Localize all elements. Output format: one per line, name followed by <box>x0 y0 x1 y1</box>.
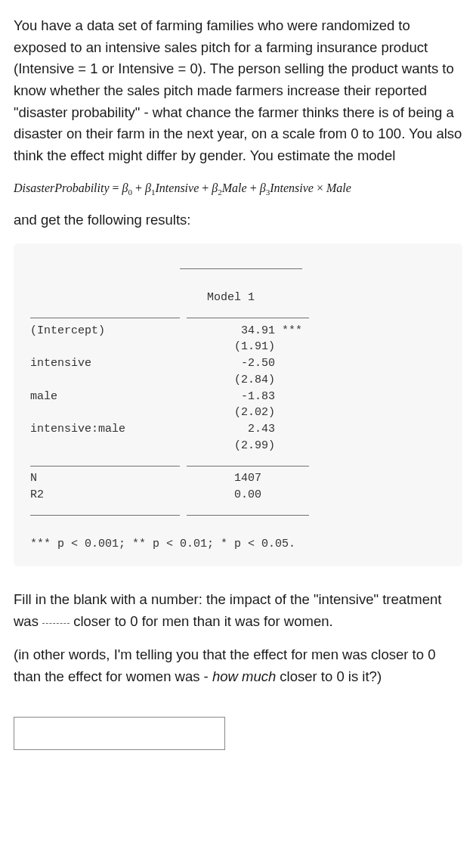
results-table: __________________ Model 1 _____________… <box>14 243 462 567</box>
model-equation: DisasterProbability = β0 + β1Intensive +… <box>14 179 462 199</box>
question-part1: Fill in the blank with a number: the imp… <box>14 589 462 632</box>
eq-term4: Male <box>326 181 351 194</box>
intro-paragraph: You have a data set of farming families … <box>14 15 462 167</box>
answer-input[interactable] <box>14 717 225 750</box>
eq-b0: β <box>122 181 128 194</box>
results-pre: __________________ Model 1 _____________… <box>30 257 446 553</box>
question-part2: (in other words, I'm telling you that th… <box>14 644 462 687</box>
eq-plus3: + <box>247 181 260 194</box>
eq-lhs: DisasterProbability <box>14 181 110 194</box>
eq-plus1: + <box>132 181 145 194</box>
q2-b: closer to 0 is it?) <box>276 668 382 684</box>
eq-plus2: + <box>199 181 212 194</box>
eq-b3: β <box>260 181 266 194</box>
eq-times: × <box>314 181 326 194</box>
results-label: and get the following results: <box>14 209 462 231</box>
eq-term3: Intensive <box>270 181 314 194</box>
q1-b: closer to 0 for men than it was for wome… <box>70 613 333 629</box>
q2-italic: how much <box>212 668 276 684</box>
eq-b1: β <box>145 181 151 194</box>
blank-line <box>42 623 70 624</box>
eq-term2: Male <box>222 181 247 194</box>
eq-term1: Intensive <box>156 181 199 194</box>
eq-eq: = <box>110 181 122 194</box>
